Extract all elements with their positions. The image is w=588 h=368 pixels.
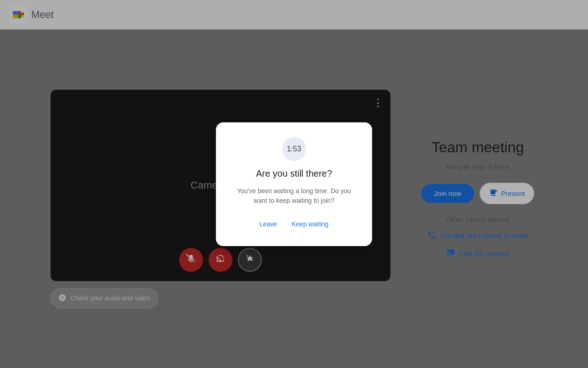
- timer-badge: 1:53: [282, 137, 306, 161]
- modal-body: You've been waiting a long time. Do you …: [234, 186, 354, 206]
- modal-title: Are you still there?: [256, 168, 332, 179]
- leave-button[interactable]: Leave: [258, 217, 279, 231]
- keep-waiting-button[interactable]: Keep waiting: [290, 217, 330, 231]
- modal-overlay: 1:53 Are you still there? You've been wa…: [0, 0, 588, 368]
- modal-actions: Leave Keep waiting: [258, 217, 330, 231]
- still-there-modal: 1:53 Are you still there? You've been wa…: [216, 122, 372, 246]
